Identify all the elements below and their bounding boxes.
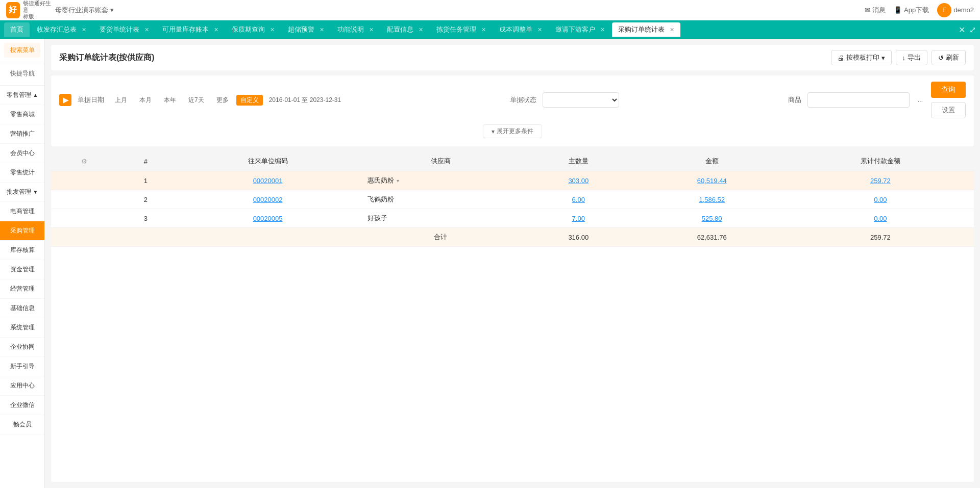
close-tab-inventory-ledger[interactable]: ✕ [214,27,218,33]
tab-config-info[interactable]: 配置信息 ✕ [381,22,429,37]
sidebar-item-enterprise-collab[interactable]: 企业协同 [0,338,44,357]
more-filter-btn[interactable]: ... [916,94,925,106]
export-button[interactable]: ↓ 导出 [896,50,928,65]
shortcut-this-year[interactable]: 本年 [159,94,181,106]
shortcut-last-month[interactable]: 上月 [110,94,132,106]
col-settings[interactable]: ⚙ [51,151,117,171]
sidebar-item-marketing[interactable]: 营销推广 [0,124,44,144]
main-qty-cell[interactable]: 303.00 [520,171,637,190]
col-paid-amount: 累计付款金额 [787,151,974,171]
sidebar-item-member-center[interactable]: 会员中心 [0,144,44,163]
user-avatar: E [937,3,951,17]
sidebar-item-app-center[interactable]: 应用中心 [0,376,44,396]
query-button[interactable]: 查询 [931,82,966,98]
message-btn[interactable]: ✉ 消息 [865,6,886,15]
date-filter-label: 单据日期 [78,95,104,105]
tab-purchase-order-stats[interactable]: 采购订单统计表 ✕ [612,22,680,37]
paid-amount-cell[interactable]: 0.00 [787,209,974,228]
close-tab-pick-task[interactable]: ✕ [481,27,486,33]
close-all-tabs-btn[interactable]: ✕ [959,25,965,35]
main-layout: 搜索菜单 快捷导航 零售管理 ▲ 零售商城 营销推广 会员中心 零售统计 批发管… [0,39,980,488]
expand-arrow-icon-wholesale: ▼ [33,189,38,195]
sidebar-item-retail-stats[interactable]: 零售统计 [0,163,44,183]
tab-pick-task[interactable]: 拣货任务管理 ✕ [430,22,492,37]
tab-validity-query[interactable]: 保质期查询 ✕ [226,22,281,37]
workspace-selector[interactable]: 母婴行业演示账套 ▾ [55,6,861,15]
supplier-name-cell: 飞鹤奶粉 [361,190,520,209]
sidebar-item-new-guide[interactable]: 新手引导 [0,357,44,376]
tab-invite-downstream[interactable]: 邀请下游客户 ✕ [549,22,611,37]
supplier-code-cell[interactable]: 00020001 [174,171,361,190]
close-tab-invite-downstream[interactable]: ✕ [600,27,605,33]
column-settings-icon[interactable]: ⚙ [81,158,87,165]
table-row: 1 00020001 惠氏奶粉 ▾ 303.00 60,519.44 259.7… [51,171,974,190]
shortcut-7days[interactable]: 近7天 [184,94,209,106]
sidebar-item-retail-mgmt[interactable]: 零售管理 ▲ [0,86,44,105]
amount-cell[interactable]: 525.80 [637,209,787,228]
print-icon: 🖨 [838,54,844,62]
col-supplier-code: 往来单位编码 [174,151,361,171]
table-header: ⚙ # 往来单位编码 供应商 主数量 金额 累计付款金额 [51,151,974,171]
main-qty-cell[interactable]: 6.00 [520,190,637,209]
print-button[interactable]: 🖨 按模板打印 ▾ [831,50,892,65]
col-main-qty: 主数量 [520,151,637,171]
sidebar-item-ops-mgmt[interactable]: 经营管理 [0,279,44,299]
sidebar-item-member-vip[interactable]: 畅会员 [0,415,44,434]
quick-nav-button[interactable]: 快捷导航 [4,66,40,81]
tab-cost-adjust[interactable]: 成本调整单 ✕ [493,22,548,37]
user-menu[interactable]: E demo2 [937,3,974,17]
row-index-cell: 1 [117,171,174,190]
sidebar-item-system-mgmt[interactable]: 系统管理 [0,318,44,338]
col-supplier-name: 供应商 [361,151,520,171]
sidebar-item-basic-info[interactable]: 基础信息 [0,299,44,318]
row-dropdown-icon[interactable]: ▾ [397,178,399,184]
tab-function-desc[interactable]: 功能说明 ✕ [331,22,380,37]
sidebar-item-retail-store[interactable]: 零售商城 [0,105,44,124]
close-tab-receive-summary[interactable]: ✕ [82,27,86,33]
amount-cell[interactable]: 60,519.44 [637,171,787,190]
paid-amount-cell[interactable]: 0.00 [787,190,974,209]
sidebar-item-wholesale-mgmt[interactable]: 批发管理 ▼ [0,183,44,202]
sidebar-item-ecommerce-mgmt[interactable]: 电商管理 [0,202,44,221]
tab-purchase-stats[interactable]: 要货单统计表 ✕ [93,22,155,37]
supplier-code-cell[interactable]: 00020005 [174,209,361,228]
close-tab-overstock-warning[interactable]: ✕ [320,27,324,33]
sidebar-item-purchase-mgmt[interactable]: 采购管理 [0,221,44,241]
tab-overstock-warning[interactable]: 超储预警 ✕ [282,22,330,37]
goods-input[interactable] [807,92,910,108]
export-icon: ↓ [902,54,906,62]
table-container: ⚙ # 往来单位编码 供应商 主数量 金额 累计付款金额 [51,151,974,482]
close-tab-purchase-stats[interactable]: ✕ [144,27,149,33]
supplier-code-cell[interactable]: 00020002 [174,190,361,209]
app-download-btn[interactable]: 📱 App下载 [894,6,929,15]
close-tab-config-info[interactable]: ✕ [419,27,423,33]
nav-tabs-end: ✕ ⤢ [959,25,976,35]
amount-cell[interactable]: 1,586.52 [637,190,787,209]
row-index-cell: 2 [117,190,174,209]
maximize-btn[interactable]: ⤢ [969,25,976,35]
date-range-display: 2016-01-01 至 2023-12-31 [269,96,341,105]
search-menu-button[interactable]: 搜索菜单 [4,43,40,58]
sidebar-item-enterprise-wechat[interactable]: 企业微信 [0,396,44,415]
expand-arrow-icon: ▲ [33,92,38,98]
sidebar-item-inventory-check[interactable]: 库存核算 [0,241,44,260]
shortcut-more[interactable]: 更多 [212,94,233,106]
close-tab-function-desc[interactable]: ✕ [369,27,374,33]
filter-toggle-btn[interactable]: ▶ [59,94,71,106]
refresh-button[interactable]: ↺ 刷新 [932,50,966,65]
sidebar-item-finance-mgmt[interactable]: 资金管理 [0,260,44,279]
close-tab-cost-adjust[interactable]: ✕ [537,27,542,33]
custom-date-tag[interactable]: 自定义 [236,95,263,106]
tab-inventory-ledger[interactable]: 可用量库存账本 ✕ [156,22,225,37]
main-qty-cell[interactable]: 7.00 [520,209,637,228]
tab-home[interactable]: 首页 [4,22,30,37]
query-buttons: 查询 设置 [931,82,966,118]
tab-receive-summary[interactable]: 收发存汇总表 ✕ [31,22,92,37]
paid-amount-cell[interactable]: 259.72 [787,171,974,190]
settings-button[interactable]: 设置 [931,102,966,118]
doc-status-select[interactable] [543,92,619,108]
expand-conditions-btn[interactable]: ▾ 展开更多条件 [483,124,542,138]
close-tab-validity-query[interactable]: ✕ [270,27,275,33]
shortcut-this-month[interactable]: 本月 [135,94,156,106]
close-tab-purchase-order-stats[interactable]: ✕ [670,27,674,33]
